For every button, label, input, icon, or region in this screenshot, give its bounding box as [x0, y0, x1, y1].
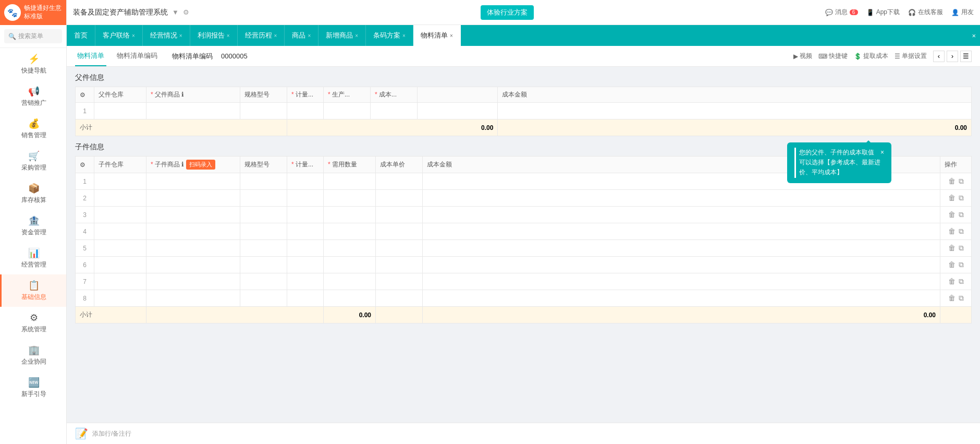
child-warehouse-6[interactable] [94, 257, 146, 273]
view-button[interactable]: ▶ 视频 [793, 52, 812, 61]
child-unit-8[interactable] [287, 290, 324, 307]
close-icon[interactable]: × [450, 33, 453, 39]
single-settings-button[interactable]: ☰ 单据设置 [895, 52, 927, 61]
child-qty-1[interactable] [324, 173, 376, 190]
prev-button[interactable]: ‹ [933, 51, 945, 62]
child-unitcost-6[interactable] [376, 257, 423, 273]
sidebar-item-quick-nav[interactable]: ⚡ 快捷导航 [0, 48, 66, 80]
dropdown-icon[interactable]: ▼ [172, 8, 179, 16]
child-unit-1[interactable] [287, 173, 324, 190]
close-icon[interactable]: × [274, 33, 277, 39]
child-qty-6[interactable] [324, 257, 376, 273]
tooltip-close-button[interactable]: × [880, 148, 884, 158]
close-all-button[interactable]: × [967, 32, 980, 40]
tab-new-product[interactable]: 新增商品 × [318, 25, 366, 46]
message-item[interactable]: 💬 消息 6 [825, 8, 858, 17]
delete-icon[interactable]: 🗑 [948, 277, 956, 286]
child-unit-5[interactable] [287, 240, 324, 257]
tab-home[interactable]: 首页 [67, 25, 95, 46]
child-product-6[interactable] [146, 257, 240, 273]
sidebar-item-finance[interactable]: 🏦 资金管理 [0, 210, 66, 242]
close-icon[interactable]: × [355, 33, 358, 39]
child-unitcost-3[interactable] [376, 207, 423, 223]
child-unitcost-4[interactable] [376, 223, 423, 240]
copy-icon[interactable]: ⧉ [959, 177, 964, 186]
add-row-icon[interactable]: 📝 [75, 427, 88, 440]
child-product-1[interactable] [146, 173, 240, 190]
close-icon[interactable]: × [227, 33, 230, 39]
sidebar-item-sales[interactable]: 💰 销售管理 [0, 113, 66, 145]
sidebar-item-system[interactable]: ⚙ 系统管理 [0, 307, 66, 339]
child-unitcost-8[interactable] [376, 290, 423, 307]
child-warehouse-3[interactable] [94, 207, 146, 223]
copy-icon[interactable]: ⧉ [959, 277, 964, 286]
delete-icon[interactable]: 🗑 [948, 294, 956, 303]
user-item[interactable]: 👤 用友 [951, 8, 974, 17]
parent-warehouse-cell[interactable] [94, 103, 146, 119]
sidebar-search[interactable]: 🔍 搜索菜单 [0, 25, 66, 48]
tab-profit[interactable]: 利润报告 × [190, 25, 238, 46]
child-warehouse-2[interactable] [94, 190, 146, 207]
shortcut-button[interactable]: ⌨ 快捷键 [818, 52, 848, 61]
child-qty-8[interactable] [324, 290, 376, 307]
parent-spec-cell[interactable] [240, 103, 287, 119]
child-warehouse-7[interactable] [94, 273, 146, 290]
child-product-3[interactable] [146, 207, 240, 223]
delete-icon[interactable]: 🗑 [948, 244, 956, 253]
tab-product[interactable]: 商品 × [285, 25, 318, 46]
sub-tab-bom-code[interactable]: 物料清单编码 [115, 46, 160, 66]
sidebar-item-enterprise[interactable]: 🏢 企业协同 [0, 339, 66, 371]
tab-operation[interactable]: 经营情况 × [143, 25, 190, 46]
child-spec-6[interactable] [240, 257, 287, 273]
delete-icon[interactable]: 🗑 [948, 177, 956, 186]
extract-cost-button[interactable]: 💲 提取成本 [854, 52, 888, 61]
child-product-2[interactable] [146, 190, 240, 207]
copy-icon[interactable]: ⧉ [959, 260, 964, 269]
child-unit-6[interactable] [287, 257, 324, 273]
close-icon[interactable]: × [308, 33, 311, 39]
sub-tab-bom-list[interactable]: 物料清单 [75, 46, 106, 66]
child-warehouse-4[interactable] [94, 223, 146, 240]
child-unitcost-7[interactable] [376, 273, 423, 290]
child-spec-4[interactable] [240, 223, 287, 240]
online-service-item[interactable]: 🎧 在线客服 [908, 8, 943, 17]
child-spec-8[interactable] [240, 290, 287, 307]
close-icon[interactable]: × [132, 33, 135, 39]
child-spec-5[interactable] [240, 240, 287, 257]
child-warehouse-8[interactable] [94, 290, 146, 307]
child-qty-5[interactable] [324, 240, 376, 257]
tab-bom[interactable]: 物料清单 × [413, 25, 461, 46]
tab-history[interactable]: 经营历程 × [238, 25, 285, 46]
child-unitcost-1[interactable] [376, 173, 423, 190]
child-spec-7[interactable] [240, 273, 287, 290]
sidebar-item-marketing[interactable]: 📢 营销推广 [0, 80, 66, 113]
app-download-item[interactable]: 📱 App下载 [866, 8, 900, 17]
child-spec-2[interactable] [240, 190, 287, 207]
child-product-5[interactable] [146, 240, 240, 257]
child-unit-2[interactable] [287, 190, 324, 207]
child-qty-7[interactable] [324, 273, 376, 290]
tab-customer[interactable]: 客户联络 × [95, 25, 143, 46]
delete-icon[interactable]: 🗑 [948, 260, 956, 269]
child-unitcost-5[interactable] [376, 240, 423, 257]
copy-icon[interactable]: ⧉ [959, 194, 964, 202]
child-spec-3[interactable] [240, 207, 287, 223]
scan-button[interactable]: 扫码录入 [186, 160, 215, 170]
settings-icon[interactable]: ⚙ [183, 8, 189, 16]
child-qty-2[interactable] [324, 190, 376, 207]
child-unit-4[interactable] [287, 223, 324, 240]
child-warehouse-1[interactable] [94, 173, 146, 190]
child-unit-3[interactable] [287, 207, 324, 223]
parent-unit-cell[interactable] [287, 103, 324, 119]
copy-icon[interactable]: ⧉ [959, 210, 964, 219]
child-spec-1[interactable] [240, 173, 287, 190]
child-unitcost-2[interactable] [376, 190, 423, 207]
next-button[interactable]: › [947, 51, 958, 62]
child-unit-7[interactable] [287, 273, 324, 290]
close-icon[interactable]: × [402, 33, 406, 39]
tab-barcode[interactable]: 条码方案 × [366, 25, 413, 46]
parent-product-cell[interactable] [146, 103, 240, 119]
parent-cost-cell[interactable] [371, 103, 418, 119]
child-qty-4[interactable] [324, 223, 376, 240]
child-warehouse-5[interactable] [94, 240, 146, 257]
